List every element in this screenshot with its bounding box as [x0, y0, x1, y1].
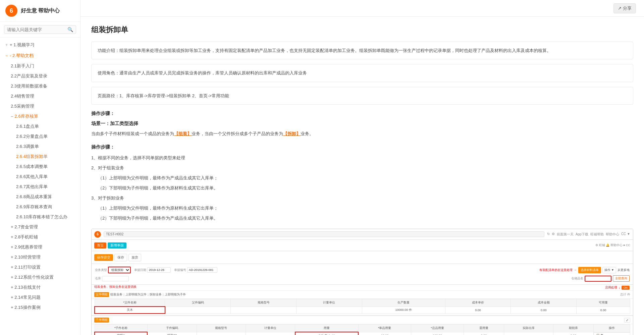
wangpu-icon: 旺铺帮助: [590, 232, 604, 237]
sidebar-item-purchase[interactable]: 2.5采购管理: [0, 101, 80, 111]
annotation-enable: 启用处理 ↓ On: [92, 285, 633, 291]
upper-cell-unit: [296, 306, 362, 314]
abandon-btn[interactable]: 放弃: [128, 254, 141, 261]
sidebar-item-faq[interactable]: + 2.14常见问题: [0, 292, 80, 302]
number-input[interactable]: [187, 267, 217, 273]
sidebar-item-split-stock[interactable]: 2.6.2分量盘点单: [0, 131, 80, 142]
business-type-select[interactable]: 组装拆卸: [108, 267, 131, 273]
ops-heading: 操作步骤：: [91, 111, 633, 117]
annotation-bom: 有装配清单的在这里处理: [539, 268, 573, 272]
upper-col-name: *父件名称: [95, 299, 165, 307]
user-icon: CC ▼: [621, 232, 630, 237]
date-input[interactable]: [147, 267, 171, 273]
lower-row1-code: 组装03: [147, 332, 197, 335]
sidebar-item-new-user[interactable]: 2.1新手入门: [0, 61, 80, 71]
action-text: 从更多地: [618, 268, 630, 272]
share-button[interactable]: ↗ 分享: [613, 3, 636, 13]
storage-name-input[interactable]: [585, 276, 611, 282]
lower-row1-name[interactable]: 物料1: [95, 332, 147, 335]
field-business-type: 业务类型 组装拆卸: [95, 267, 131, 273]
quick-search-btn[interactable]: 全部查询: [613, 275, 630, 282]
share-icon: ↗: [618, 6, 622, 11]
warehouse-input[interactable]: [102, 276, 129, 281]
annotation-enable-text: 启用处理: [605, 285, 617, 290]
settings-icon: ⚙: [552, 232, 555, 237]
sidebar-item-assembly[interactable]: 2.6.4组装拆卸单: [0, 152, 80, 162]
select-bom-btn[interactable]: 选择材料清单: [578, 267, 601, 273]
nav-new-btn[interactable]: 新增单据: [108, 242, 126, 248]
upper-cell-qty[interactable]: 10000.00 件: [362, 306, 445, 314]
sidebar-item-print[interactable]: + 2.11打印设置: [0, 262, 80, 272]
upper-cell-spec: [231, 306, 297, 314]
table-row: 关木 10000.00 件 0.00 0.00 0.00: [95, 306, 630, 314]
main-area: ↗ 分享 组装拆卸单 功能介绍：组装拆卸单用来处理企业组装或拆卸等加工业务，支持…: [80, 0, 644, 335]
lower-col-name: *子件名称: [95, 325, 147, 332]
sidebar-item-sales[interactable]: 2.4销售管理: [0, 91, 80, 101]
annotation-type-switch: 组装业务、拆卸业务在这里切换: [94, 285, 137, 289]
sidebar-item-stocktake[interactable]: 2.6.1盘点单: [0, 121, 80, 131]
more-actions-btn[interactable]: 操作 ▼: [602, 267, 616, 273]
upper-count: 总计 件: [620, 292, 630, 297]
sidebar-item-operation[interactable]: + 2.10经营管理: [0, 252, 80, 262]
search-icon[interactable]: 🔍: [67, 27, 73, 32]
table-row: 物料1 组装03 公斤/每+1=10 10.00 100.00 0.00 0.0…: [95, 332, 630, 335]
upper-cell-code: [165, 306, 231, 314]
lower-col-unit-usage: *单品用量: [358, 325, 411, 332]
save-btn[interactable]: 保存: [114, 254, 127, 261]
arrow-enable: ↓: [619, 286, 620, 289]
upper-table: *父件名称 父件编码 规格型号 计量单位 生产数量 成本单价 成本金额 可用量: [94, 299, 630, 314]
lower-table: *子件名称 子件编码 规格型号 计量单位 用量 *单品用量 *总品用量 需用量 …: [94, 324, 630, 335]
sidebar-item-adjust[interactable]: 2.6.3调拨单: [0, 142, 80, 152]
sidebar-item-other-out[interactable]: 2.6.7其他出库单: [0, 182, 80, 192]
browser-url: TEST-H002: [104, 231, 544, 237]
sidebar-item-cases[interactable]: + 2.15操作案例: [0, 302, 80, 313]
lower-col-usage: 用量: [295, 325, 358, 332]
lower-col-needed: 需用量: [464, 325, 504, 332]
lower-col-ops: 操作: [593, 325, 630, 332]
lower-col-code: 子件编码: [147, 325, 197, 332]
nav-home-btn[interactable]: 首页: [94, 242, 106, 248]
lower-col-init-stock: 期初库: [553, 325, 593, 332]
lower-table-header: 子件明细 ⤢: [92, 316, 633, 324]
row-copy-btn[interactable]: 📋: [596, 334, 600, 335]
upper-col-cost-amount: 成本金额: [511, 299, 577, 307]
sidebar-header: 6 好生意 帮助中心: [0, 0, 80, 22]
help-icon: 帮助中心: [606, 232, 619, 237]
sidebar-item-docs[interactable]: − - 2.帮助文档: [0, 50, 80, 61]
browser-icons: ↻ ⚙ 前面第一天 App下载 旺铺帮助 帮助中心 CC ▼: [547, 232, 630, 237]
app-topnav-links: ⚙ 旺铺 🔔 帮助中心 ● CC: [595, 243, 630, 247]
brand-name: 好生意 帮助中心: [21, 7, 60, 14]
sidebar-item-coupon[interactable]: + 2.9优惠券管理: [0, 242, 80, 252]
sidebar-item-data-prep[interactable]: 2.3使用前数据准备: [0, 81, 80, 91]
sidebar: 6 好生意 帮助中心 🔍 + + 1.视频学习 − - 2.帮助文档 2.1新手…: [0, 0, 80, 335]
sidebar-item-cost-adjust[interactable]: 2.6.5成本调整单: [0, 162, 80, 172]
save-submit-btn[interactable]: 保存提交: [94, 254, 113, 261]
sidebar-item-stock-error[interactable]: 2.6.10库存账本错了怎么办: [0, 212, 80, 222]
sidebar-item-mobile[interactable]: + 2.8手机旺铺: [0, 232, 80, 242]
lower-col-spec: 规格型号: [197, 325, 246, 332]
enable-btn[interactable]: On: [622, 286, 630, 290]
sidebar-item-video[interactable]: + + 1.视频学习: [0, 40, 80, 50]
sidebar-item-capital[interactable]: + 2.7资金管理: [0, 222, 80, 232]
sidebar-item-inventory[interactable]: − 2.6库存核算: [0, 111, 80, 121]
nav-section: + + 1.视频学习 − - 2.帮助文档 2.1新手入门 2.2产品安装及登录…: [0, 38, 80, 315]
expand-btn[interactable]: ⤢: [624, 318, 630, 323]
sidebar-item-system[interactable]: + 2.12系统个性化设置: [0, 272, 80, 282]
sidebar-item-goods-cost[interactable]: 2.6.8商品成本重算: [0, 192, 80, 202]
upper-table-header: 父件明细 组装业务：上部明细为父件；拆卸业务：上部明细为子件 总计 件: [92, 291, 633, 299]
sidebar-item-other-in[interactable]: 2.6.6其他入库单: [0, 172, 80, 182]
lower-col-unit: 计量单位: [246, 325, 295, 332]
lower-col-actual-out: 实际出库: [504, 325, 553, 332]
sim-toolbar: 保存提交 保存 放弃: [92, 251, 633, 264]
sidebar-item-install[interactable]: 2.2产品安装及登录: [0, 71, 80, 81]
sidebar-item-online-pay[interactable]: + 2.13在线支付: [0, 282, 80, 292]
app-navbar: 首页 新增单据 ⚙ 旺铺 🔔 帮助中心 ● CC: [92, 240, 633, 251]
upper-col-unit: 计量单位: [296, 299, 362, 307]
sidebar-item-stock-check[interactable]: 2.6.9库存账本查询: [0, 202, 80, 212]
minus-icon: −: [5, 53, 8, 58]
topbar-label: 前面第一天: [557, 232, 574, 237]
search-input[interactable]: [7, 27, 67, 32]
row-delete-btn[interactable]: 🗑: [600, 334, 603, 335]
screenshot-container: 6 TEST-H002 ↻ ⚙ 前面第一天 App下载 旺铺帮助 帮助中心 CC…: [91, 229, 633, 335]
upper-cell-name[interactable]: 关木: [95, 306, 165, 314]
